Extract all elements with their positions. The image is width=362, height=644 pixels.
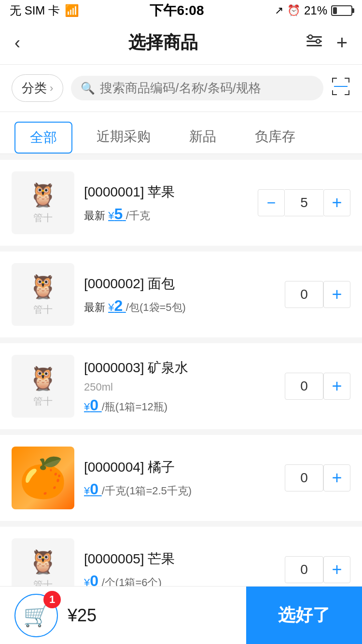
svg-rect-2 — [306, 45, 322, 46]
currency-symbol: ¥ — [108, 301, 114, 313]
cart-section: 🛒 1 ¥25 — [0, 594, 246, 637]
product-name: [0000002] 面包 — [84, 275, 275, 293]
bottom-bar: 🛒 1 ¥25 选好了 — [0, 586, 362, 644]
price-value: 5 — [114, 205, 123, 223]
quantity-control: + — [285, 281, 350, 308]
price-unit: /包(1袋=5包) — [126, 301, 186, 313]
placeholder-text: 管十 — [33, 211, 53, 224]
chevron-right-icon: › — [50, 82, 53, 95]
location-icon: ↗ — [275, 4, 283, 17]
search-input[interactable] — [100, 81, 314, 96]
product-info: [0000002] 面包 最新 ¥2 /包(1袋=5包) — [84, 275, 275, 315]
placeholder-text: 管十 — [33, 303, 53, 316]
scan-icon[interactable] — [331, 77, 350, 100]
tab-bar: 全部 近期采购 新品 负库存 — [0, 112, 362, 154]
price-value: 2 — [114, 297, 123, 314]
increase-button[interactable]: + — [323, 556, 350, 583]
filter-icon[interactable] — [306, 34, 322, 52]
back-button[interactable]: ‹ — [14, 33, 20, 53]
product-info: [0000005] 芒果 ¥0 /个(1箱=6个) — [84, 550, 275, 590]
cart-amount: ¥25 — [68, 605, 97, 626]
cart-emoji-icon: 🛒 — [23, 603, 50, 628]
currency-symbol: ¥ — [84, 485, 90, 497]
product-price: ¥0 /千克(1箱=2.5千克) — [84, 480, 275, 498]
page-title: 选择商品 — [128, 31, 198, 55]
increase-button[interactable]: + — [323, 373, 350, 400]
product-name: [0000001] 苹果 — [84, 183, 248, 201]
quantity-control: + — [285, 556, 350, 583]
product-image: 🍊 — [12, 447, 74, 509]
quantity-control: + — [285, 373, 350, 400]
svg-rect-13 — [334, 86, 348, 87]
svg-point-3 — [308, 35, 312, 39]
status-right: ↗ ⏰ 21% — [275, 4, 352, 17]
tab-new[interactable]: 新品 — [175, 122, 231, 154]
product-image: 🦉 管十 — [12, 263, 74, 326]
placeholder-icon: 🦉 — [28, 365, 57, 392]
product-info: [0000003] 矿泉水 250ml ¥0 /瓶(1箱=12瓶) — [84, 359, 275, 414]
status-left: 无 SIM 卡 📶 — [10, 3, 79, 18]
tab-all[interactable]: 全部 — [14, 122, 72, 154]
cart-badge: 1 — [43, 591, 61, 608]
product-name: [0000004] 橘子 — [84, 458, 275, 476]
quantity-input[interactable] — [285, 189, 323, 216]
product-price: ¥0 /瓶(1箱=12瓶) — [84, 396, 275, 414]
quantity-input[interactable] — [285, 281, 323, 308]
carrier-label: 无 SIM 卡 — [10, 3, 60, 18]
search-icon: 🔍 — [81, 82, 95, 95]
wifi-icon: 📶 — [65, 4, 79, 17]
product-info: [0000001] 苹果 最新 ¥5 /千克 — [84, 183, 248, 223]
product-info: [0000004] 橘子 ¥0 /千克(1箱=2.5千克) — [84, 458, 275, 498]
list-item: 🍊 [0000004] 橘子 ¥0 /千克(1箱=2.5千克) + — [0, 435, 362, 521]
increase-button[interactable]: + — [323, 464, 350, 491]
add-button[interactable]: + — [336, 32, 348, 54]
toolbar: 分类 › 🔍 — [0, 65, 362, 112]
svg-point-4 — [316, 40, 320, 43]
increase-button[interactable]: + — [323, 189, 350, 216]
svg-rect-10 — [332, 90, 333, 95]
battery-icon — [331, 5, 352, 16]
placeholder-icon: 🦉 — [28, 273, 57, 300]
category-label: 分类 — [22, 80, 47, 97]
price-value: 0 — [90, 480, 98, 498]
price-unit: /千克 — [126, 210, 150, 222]
status-bar: 无 SIM 卡 📶 下午6:08 ↗ ⏰ 21% — [0, 0, 362, 21]
nav-actions: + — [306, 32, 348, 54]
placeholder-text: 管十 — [33, 395, 53, 408]
placeholder-icon: 🦉 — [28, 182, 57, 209]
list-item: 🦉 管十 [0000001] 苹果 最新 ¥5 /千克 − + — [0, 160, 362, 246]
confirm-button[interactable]: 选好了 — [246, 587, 362, 644]
currency-symbol: ¥ — [84, 401, 90, 413]
list-item: 🦉 管十 [0000003] 矿泉水 250ml ¥0 /瓶(1箱=12瓶) + — [0, 343, 362, 429]
svg-rect-12 — [348, 90, 349, 95]
alarm-icon: ⏰ — [287, 4, 300, 17]
product-price: 最新 ¥5 /千克 — [84, 205, 248, 223]
currency-symbol: ¥ — [108, 210, 114, 222]
decrease-button[interactable]: − — [258, 189, 285, 216]
quantity-input[interactable] — [285, 373, 323, 400]
cart-icon[interactable]: 🛒 1 — [14, 594, 58, 637]
category-button[interactable]: 分类 › — [12, 74, 63, 102]
svg-rect-8 — [348, 78, 349, 83]
quantity-input[interactable] — [285, 464, 323, 491]
tab-recent[interactable]: 近期采购 — [82, 122, 165, 154]
status-time: 下午6:08 — [150, 1, 204, 20]
product-spec: 250ml — [84, 381, 275, 393]
quantity-input[interactable] — [285, 556, 323, 583]
price-value: 0 — [90, 396, 98, 414]
price-unit: /瓶(1箱=12瓶) — [102, 401, 167, 413]
price-unit: /千克(1箱=2.5千克) — [102, 485, 192, 497]
product-image: 🦉 管十 — [12, 171, 74, 234]
placeholder-icon: 🦉 — [28, 548, 57, 575]
price-label: 最新 — [84, 210, 108, 222]
quantity-control: − + — [258, 189, 350, 216]
product-name: [0000005] 芒果 — [84, 550, 275, 568]
product-price: 最新 ¥2 /包(1袋=5包) — [84, 297, 275, 315]
nav-bar: ‹ 选择商品 + — [0, 21, 362, 65]
tab-negative[interactable]: 负库存 — [240, 122, 310, 154]
increase-button[interactable]: + — [323, 281, 350, 308]
product-name: [0000003] 矿泉水 — [84, 359, 275, 377]
price-label: 最新 — [84, 301, 108, 313]
search-bar: 🔍 — [71, 76, 323, 100]
svg-rect-6 — [332, 78, 333, 83]
